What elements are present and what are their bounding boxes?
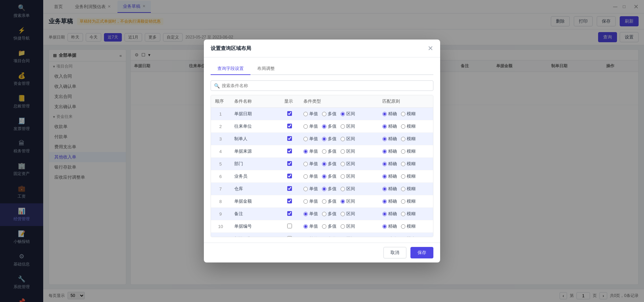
row-order: 7 [211,183,230,195]
row-cond-radio-区间[interactable] [341,112,345,116]
row-match-radio-模糊[interactable] [401,162,405,166]
row-cond-radio-多值[interactable] [322,174,326,179]
row-match-radio-精确[interactable] [382,174,387,179]
row-condition-type: 单值多值区间 [299,170,378,183]
modal-body: 查询字段设置 布局调整 🔍 顺序 条件名称 显示 [204,57,440,243]
row-match-radio-精确[interactable] [382,162,387,166]
modal-table-row: 1单据日期单值多值区间精确模糊 [211,108,433,120]
row-display-checkbox[interactable] [287,161,292,166]
row-match-radio-模糊[interactable] [401,212,405,216]
row-cond-radio-区间[interactable] [341,187,345,191]
row-match-type: 精确模糊 [378,233,433,237]
row-match-radio-模糊[interactable] [401,137,405,141]
row-cond-radio-单值[interactable] [303,174,308,179]
row-display-checkbox[interactable] [287,124,292,128]
row-cond-radio-区间[interactable] [341,124,345,129]
modal-table-row: 5部门单值多值区间精确模糊 [211,158,433,170]
row-cond-radio-多值[interactable] [322,162,326,166]
row-cond-radio-区间[interactable] [341,237,345,237]
row-cond-radio-单值[interactable] [303,162,308,166]
row-match-radio-模糊[interactable] [401,187,405,191]
row-match-radio-模糊[interactable] [401,199,405,204]
row-condition-name: 仓库 [230,183,280,195]
cancel-button[interactable]: 取消 [383,247,406,258]
row-cond-radio-单值[interactable] [303,112,308,116]
row-match-radio-精确[interactable] [382,224,387,229]
row-cond-radio-多值[interactable] [322,137,326,141]
row-display-checkbox[interactable] [287,136,292,141]
row-condition-type: 单值多值区间 [299,233,378,237]
row-cond-radio-单值[interactable] [303,237,308,237]
row-match-type: 精确模糊 [378,133,433,145]
row-match-radio-模糊[interactable] [401,112,405,116]
row-match-radio-模糊[interactable] [401,224,405,229]
modal-table-row: 8单据金额单值多值区间精确模糊 [211,195,433,208]
modal-search-input[interactable] [211,80,433,91]
row-cond-radio-区间[interactable] [341,174,345,179]
row-cond-radio-多值[interactable] [322,149,326,154]
modal-tab-layout[interactable]: 布局调整 [250,63,281,75]
row-cond-radio-区间[interactable] [341,212,345,216]
row-cond-radio-单值[interactable] [303,212,308,216]
row-match-type: 精确模糊 [378,170,433,183]
row-match-type: 精确模糊 [378,145,433,158]
row-match-radio-精确[interactable] [382,149,387,154]
row-cond-radio-多值[interactable] [322,112,326,116]
modal-table-row: 10单据编号单值多值区间精确模糊 [211,220,433,233]
row-match-radio-模糊[interactable] [401,174,405,179]
row-cond-radio-区间[interactable] [341,199,345,204]
row-cond-radio-多值[interactable] [322,212,326,216]
row-condition-type: 单值多值区间 [299,195,378,208]
row-match-type: 精确模糊 [378,208,433,220]
row-match-radio-精确[interactable] [382,112,387,116]
row-order: 10 [211,220,230,233]
row-condition-name: 业务员 [230,170,280,183]
row-display-checkbox[interactable] [287,224,292,228]
row-cond-radio-单值[interactable] [303,199,308,204]
row-match-radio-模糊[interactable] [401,237,405,237]
row-match-radio-模糊[interactable] [401,149,405,154]
row-match-radio-精确[interactable] [382,137,387,141]
modal-table-row: 4单据来源单值多值区间精确模糊 [211,145,433,158]
modal-table-row: 11制单日期单值多值区间精确模糊 [211,233,433,237]
row-cond-radio-单值[interactable] [303,149,308,154]
row-display-checkbox[interactable] [287,199,292,203]
modal-tab-query[interactable]: 查询字段设置 [211,63,250,75]
row-condition-type: 单值多值区间 [299,120,378,133]
row-display-checkbox[interactable] [287,174,292,178]
row-cond-radio-区间[interactable] [341,149,345,154]
row-display-checkbox[interactable] [287,236,292,237]
row-cond-radio-单值[interactable] [303,224,308,229]
row-cond-radio-多值[interactable] [322,199,326,204]
modal-table-row: 3制单人单值多值区间精确模糊 [211,133,433,145]
row-cond-radio-区间[interactable] [341,224,345,229]
modal-save-button[interactable]: 保存 [410,247,433,258]
row-cond-radio-多值[interactable] [322,237,326,237]
row-cond-radio-多值[interactable] [322,187,326,191]
modal-table-row: 6业务员单值多值区间精确模糊 [211,170,433,183]
row-cond-radio-单值[interactable] [303,137,308,141]
row-cond-radio-区间[interactable] [341,137,345,141]
row-condition-name: 部门 [230,158,280,170]
row-cond-radio-多值[interactable] [322,224,326,229]
row-display-checkbox[interactable] [287,149,292,153]
row-match-type: 精确模糊 [378,120,433,133]
row-condition-type: 单值多值区间 [299,208,378,220]
row-match-radio-精确[interactable] [382,237,387,237]
row-display-checkbox[interactable] [287,111,292,116]
row-display-checkbox[interactable] [287,186,292,191]
row-display-checkbox[interactable] [287,211,292,216]
row-order: 1 [211,108,230,120]
row-cond-radio-单值[interactable] [303,187,308,191]
row-cond-radio-区间[interactable] [341,162,345,166]
row-cond-radio-单值[interactable] [303,124,308,129]
row-match-radio-精确[interactable] [382,187,387,191]
row-match-radio-精确[interactable] [382,212,387,216]
col-cond-name: 条件名称 [230,95,280,108]
modal-close-button[interactable]: ✕ [428,45,433,52]
modal-tabs: 查询字段设置 布局调整 [211,63,433,75]
row-match-radio-精确[interactable] [382,124,387,129]
row-match-radio-精确[interactable] [382,199,387,204]
row-cond-radio-多值[interactable] [322,124,326,129]
row-match-radio-模糊[interactable] [401,124,405,129]
